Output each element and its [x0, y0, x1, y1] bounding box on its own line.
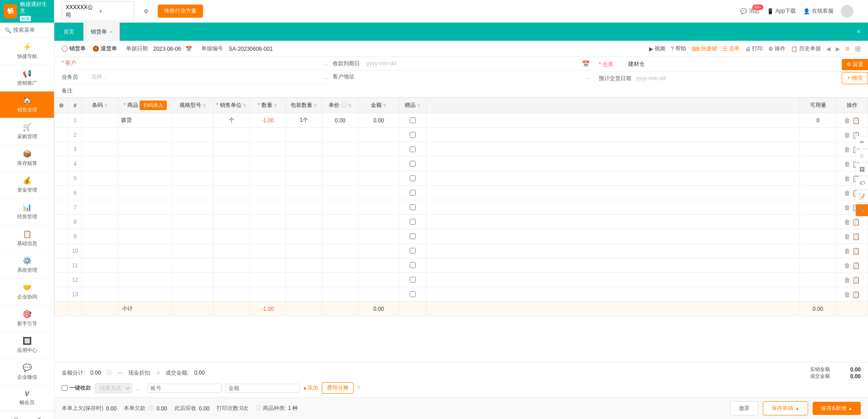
pay-method-dots[interactable]: ... [136, 385, 140, 391]
settings-btn[interactable]: ⚙ 设置 [842, 59, 868, 70]
nav-prev-icon[interactable]: ◀ [826, 46, 830, 52]
right-panel-star[interactable]: ☆ [855, 149, 868, 162]
help-btn[interactable]: ? 帮助 [671, 45, 686, 53]
sidebar-item-apps[interactable]: 🔲 应用中心 [0, 332, 54, 359]
right-panel-image[interactable]: 🖼 [855, 163, 868, 176]
account-input[interactable] [147, 384, 222, 393]
copy-row-btn[interactable]: 📋 [852, 117, 860, 124]
delete-row-btn[interactable]: 🗑 [844, 131, 850, 139]
delete-row-btn[interactable]: 🗑 [844, 262, 850, 269]
payment-amount-input[interactable] [225, 384, 300, 393]
unit-sort-icon[interactable]: ⇅ [243, 103, 247, 108]
copy-row-btn[interactable]: 📋 [852, 218, 860, 226]
delete-row-btn[interactable]: 🗑 [844, 189, 850, 197]
customer-addr-value[interactable] [360, 76, 582, 78]
logistics-btn[interactable]: + 物流 [842, 72, 868, 84]
tab-home[interactable]: 首页 [54, 23, 83, 41]
right-panel-note[interactable]: 📝 [855, 190, 868, 203]
sidebar-item-operations[interactable]: 📊 经营管理 [0, 198, 54, 225]
info-icon[interactable]: ⓘ [107, 369, 112, 377]
delete-row-btn[interactable]: 🗑 [844, 146, 850, 153]
price-sort-icon[interactable]: ⇅ [348, 103, 352, 108]
tab-sales-order[interactable]: 销货单 × [83, 23, 120, 41]
add-payment-btn[interactable]: ● 添加 [303, 384, 318, 392]
expense-split-btn[interactable]: 费用分摊 [322, 382, 354, 394]
sales-order-radio[interactable]: 销货单 [62, 45, 86, 53]
sidebar-item-finance[interactable]: 💰 资金管理 [0, 172, 54, 198]
view-grid-icon[interactable]: ⊞ [855, 44, 861, 53]
sidebar-item-sales[interactable]: 🏠 销售管理 [0, 92, 54, 118]
sidebar-search[interactable]: 🔍 搜索菜单 [0, 23, 54, 38]
calendar-icon[interactable]: 📅 [185, 46, 192, 52]
tab-close-icon[interactable]: × [110, 29, 112, 34]
delete-row-btn[interactable]: 🗑 [844, 276, 850, 284]
copy-row-btn[interactable]: 📋 [852, 262, 860, 269]
delete-row-btn[interactable]: 🗑 [844, 175, 850, 182]
warehouse-value[interactable]: 建材仓 [626, 59, 849, 69]
sidebar-item-marketing[interactable]: 📢 营销推广 [0, 65, 54, 92]
copy-row-btn[interactable]: 📋 [852, 276, 860, 284]
delete-row-btn[interactable]: 🗑 [844, 204, 850, 211]
delete-row-btn[interactable]: 🗑 [844, 247, 850, 255]
abandon-btn[interactable]: 放弃 [730, 401, 758, 415]
customer-action-icon[interactable]: ... [324, 61, 328, 66]
amount-sort-icon[interactable]: ⇅ [383, 103, 387, 108]
view-list-icon[interactable]: ≡ [845, 45, 849, 53]
filter-btn[interactable]: ☰ 选单 [723, 45, 740, 53]
nav-next-icon[interactable]: ▶ [836, 46, 840, 52]
save-draft-btn[interactable]: 保存草稿 ▲ [763, 401, 808, 415]
operate-btn[interactable]: ⚙ 操作 [768, 45, 786, 53]
sidebar-item-guide[interactable]: 🎯 新手引导 [0, 305, 54, 332]
price-info-icon[interactable]: ⓘ [341, 102, 347, 108]
company-selector[interactable]: XXXXXX公司 ▾ [62, 1, 134, 21]
delivery-date-value[interactable]: yyyy-mm-dd [634, 74, 845, 83]
scan-barcode-btn[interactable]: 扫码录入 [140, 101, 167, 110]
copy-row-btn[interactable]: 📋 [852, 291, 860, 298]
shortcut-btn[interactable]: ⌨ 快捷键 [692, 45, 717, 53]
right-panel-tag[interactable]: 🏷 [855, 177, 868, 189]
salesperson-action-icon[interactable]: ... [324, 74, 328, 80]
qty-sort-icon[interactable]: ⇅ [274, 103, 277, 108]
sidebar-item-wechat[interactable]: 💬 企业微信 [0, 359, 54, 385]
save-new-btn[interactable]: 保存&新增 ▲ [813, 402, 861, 415]
service-btn[interactable]: 👤 在线客服 [803, 7, 834, 15]
one-click-pay-checkbox[interactable]: 一键收款 [62, 384, 91, 392]
barcode-sort-icon[interactable]: ⇅ [104, 103, 108, 108]
sidebar-item-member[interactable]: V 畅会员 [0, 385, 54, 411]
sidebar-collapse-icon[interactable]: ◀ [36, 416, 40, 419]
note-value[interactable] [89, 90, 328, 92]
delete-row-btn[interactable]: 🗑 [844, 233, 850, 240]
delete-row-btn[interactable]: 🗑 [844, 218, 850, 226]
sidebar-item-basic[interactable]: 📋 基础信息 [0, 225, 54, 252]
salesperson-value[interactable]: 选择... [89, 72, 320, 82]
message-btn[interactable]: 💬 消息 99+ [740, 7, 760, 15]
sidebar-item-system[interactable]: ⚙️ 系统管理 [0, 252, 54, 279]
right-panel-edit[interactable]: ✏ [855, 136, 868, 149]
due-date-value[interactable]: yyyy-mm-dd [365, 59, 579, 68]
sidebar-item-purchase[interactable]: 🛒 采购管理 [0, 118, 54, 145]
app-download-btn[interactable]: 📱 App下载 [767, 7, 796, 15]
trial-btn[interactable]: 体验行业方案 [158, 5, 203, 18]
payment-help-icon[interactable]: ? [357, 385, 360, 391]
copy-row-btn[interactable]: 📋 [852, 233, 860, 240]
sidebar-item-inventory[interactable]: 📦 库存核算 [0, 145, 54, 172]
total-owed-help-icon[interactable]: ⓘ [148, 405, 154, 412]
delete-row-btn[interactable]: 🗑 [844, 117, 850, 124]
topbar-settings-btn[interactable]: ⚙ [140, 5, 152, 18]
spec-sort-icon[interactable]: ⇅ [203, 103, 206, 108]
close-all-tabs-btn[interactable]: × [849, 28, 868, 36]
customer-value[interactable] [89, 62, 320, 64]
sidebar-item-quicknav[interactable]: ⚡ 快捷导航 [0, 38, 54, 65]
video-btn[interactable]: ▶ 视频 [649, 45, 665, 53]
sidebar-item-enterprise[interactable]: 🤝 企业协同 [0, 279, 54, 305]
pkg-sort-icon[interactable]: ⇅ [314, 103, 317, 108]
pay-method-select[interactable]: 结算方式 [95, 383, 132, 393]
col-settings[interactable]: ⚙ [55, 98, 68, 113]
customer-addr-action-icon[interactable]: ... [586, 74, 590, 80]
return-order-radio[interactable]: 退货单 [93, 45, 117, 53]
sidebar-settings-icon[interactable]: ⚙ [14, 416, 19, 419]
print-btn[interactable]: 🖨 打印 [745, 45, 763, 53]
right-panel-tool[interactable]: 🔧 [855, 204, 868, 217]
gift-sort-icon[interactable]: ⇅ [417, 103, 421, 108]
delete-row-btn[interactable]: 🗑 [844, 160, 850, 168]
